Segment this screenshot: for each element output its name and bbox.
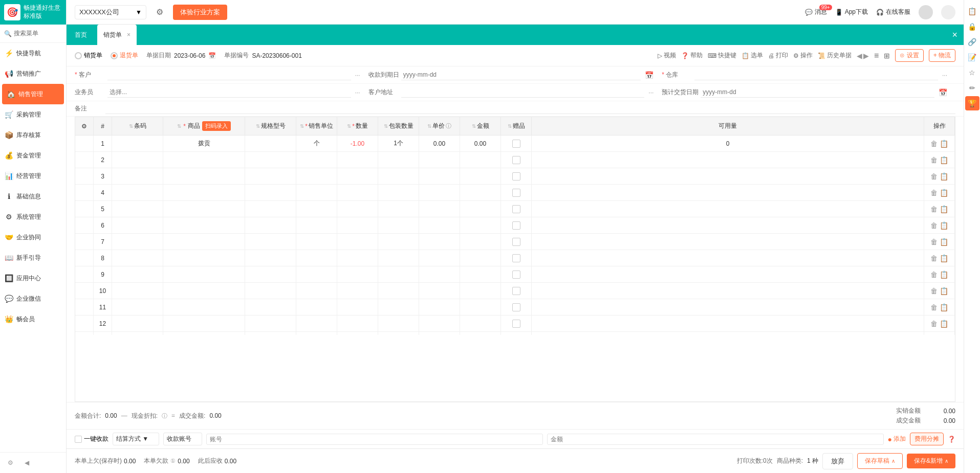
sidebar-item-basic[interactable]: ℹ 基础信息: [0, 186, 66, 207]
td-product[interactable]: [163, 316, 245, 331]
prev-arrow[interactable]: ◀: [857, 52, 862, 60]
td-amount[interactable]: [460, 266, 501, 282]
td-pack[interactable]: [378, 299, 419, 315]
account-number-input[interactable]: [206, 434, 543, 445]
delete-icon[interactable]: 🗑: [930, 254, 938, 262]
service-btn[interactable]: 🎧 在线客服: [876, 8, 910, 16]
td-spec[interactable]: [245, 201, 296, 217]
td-qty[interactable]: [337, 332, 378, 335]
shortcut-btn[interactable]: ⌨ 快捷键: [708, 51, 736, 60]
copy-icon[interactable]: 📋: [940, 320, 948, 328]
td-price[interactable]: [419, 316, 460, 331]
td-unit[interactable]: [296, 316, 337, 331]
app-download-btn[interactable]: 📱 App下载: [835, 8, 868, 16]
float-edit-icon[interactable]: ✏: [965, 81, 979, 95]
copy-icon[interactable]: 📋: [940, 140, 948, 148]
gift-checkbox[interactable]: [512, 287, 520, 295]
td-amount[interactable]: [460, 185, 501, 200]
td-pack[interactable]: [378, 152, 419, 168]
remark-input[interactable]: [105, 103, 955, 114]
history-btn[interactable]: 📜 历史单据: [818, 51, 852, 60]
gift-checkbox[interactable]: [512, 271, 520, 279]
td-price[interactable]: [419, 299, 460, 315]
td-pack[interactable]: 1个: [378, 136, 419, 151]
sidebar-search[interactable]: 🔍 搜索菜单: [0, 25, 66, 43]
td-price[interactable]: [419, 332, 460, 335]
address-input[interactable]: [401, 87, 645, 98]
copy-icon[interactable]: 📋: [940, 303, 948, 311]
message-btn[interactable]: 💬 消息 99+: [805, 8, 827, 16]
td-spec[interactable]: [245, 266, 296, 282]
delete-icon[interactable]: 🗑: [930, 140, 938, 148]
close-all-icon[interactable]: ×: [952, 30, 957, 40]
td-amount[interactable]: [460, 201, 501, 217]
td-qty[interactable]: [337, 266, 378, 282]
td-price[interactable]: [419, 152, 460, 168]
amount-input[interactable]: [547, 434, 884, 445]
td-spec[interactable]: [245, 168, 296, 184]
gift-checkbox[interactable]: [512, 140, 520, 148]
td-gift[interactable]: [501, 332, 532, 335]
customer-input[interactable]: [107, 70, 351, 80]
td-product[interactable]: [163, 266, 245, 282]
td-qty[interactable]: [337, 316, 378, 331]
setting-button[interactable]: ⊙ 设置: [895, 49, 923, 62]
gift-checkbox[interactable]: [512, 254, 520, 262]
sidebar-item-system[interactable]: ⚙ 系统管理: [0, 207, 66, 227]
td-pack[interactable]: [378, 201, 419, 217]
one-click-checkbox[interactable]: [75, 436, 82, 443]
td-unit[interactable]: [296, 234, 337, 250]
td-pack[interactable]: [378, 283, 419, 299]
collapse-icon[interactable]: ◀: [20, 457, 33, 469]
td-pack[interactable]: [378, 266, 419, 282]
abandon-button[interactable]: 放弃: [822, 453, 853, 469]
td-qty[interactable]: [337, 217, 378, 233]
copy-icon[interactable]: 📋: [940, 271, 948, 279]
sidebar-item-inventory[interactable]: 📦 库存核算: [0, 125, 66, 145]
td-qty[interactable]: [337, 250, 378, 266]
copy-icon[interactable]: 📋: [940, 238, 948, 246]
td-barcode[interactable]: [112, 185, 163, 200]
td-pack[interactable]: [378, 217, 419, 233]
th-setting[interactable]: ⚙: [75, 117, 94, 135]
td-amount[interactable]: [460, 152, 501, 168]
float-link-icon[interactable]: 🔗: [965, 35, 979, 49]
td-amount[interactable]: [460, 217, 501, 233]
copy-icon[interactable]: 📋: [940, 254, 948, 262]
copy-icon[interactable]: 📋: [940, 156, 948, 164]
td-price[interactable]: [419, 283, 460, 299]
td-unit[interactable]: [296, 250, 337, 266]
td-product[interactable]: [163, 332, 245, 335]
td-price[interactable]: 0.00: [419, 136, 460, 151]
td-barcode[interactable]: [112, 266, 163, 282]
td-barcode[interactable]: [112, 283, 163, 299]
th-amount[interactable]: ⇅ 金额: [460, 117, 501, 135]
copy-icon[interactable]: 📋: [940, 221, 948, 230]
td-unit[interactable]: [296, 266, 337, 282]
td-amount[interactable]: [460, 332, 501, 335]
td-gift[interactable]: [501, 234, 532, 250]
copy-icon[interactable]: 📋: [940, 189, 948, 197]
tab-close-icon[interactable]: ×: [127, 31, 130, 38]
avatar[interactable]: [919, 5, 933, 19]
save-new-button[interactable]: 保存&新增 ∧: [907, 454, 955, 468]
float-lock-icon[interactable]: 🔒: [965, 19, 979, 34]
td-product[interactable]: [163, 201, 245, 217]
sidebar-item-wechat[interactable]: 💬 企业微信: [0, 288, 66, 309]
address-dots[interactable]: ···: [648, 89, 654, 96]
sidebar-item-finance[interactable]: 💰 资金管理: [0, 145, 66, 166]
warehouse-dots[interactable]: ···: [942, 72, 947, 79]
td-pack[interactable]: [378, 168, 419, 184]
sidebar-item-collab[interactable]: 🤝 企业协同: [0, 227, 66, 247]
td-pack[interactable]: [378, 185, 419, 200]
td-unit[interactable]: [296, 201, 337, 217]
td-barcode[interactable]: [112, 201, 163, 217]
td-spec[interactable]: [245, 136, 296, 151]
td-barcode[interactable]: [112, 152, 163, 168]
delete-icon[interactable]: 🗑: [930, 156, 938, 164]
gift-checkbox[interactable]: [512, 189, 520, 197]
sidebar-item-appstore[interactable]: 🔲 应用中心: [0, 268, 66, 288]
sidebar-item-purchase[interactable]: 🛒 采购管理: [0, 104, 66, 125]
td-unit[interactable]: [296, 185, 337, 200]
td-price[interactable]: [419, 250, 460, 266]
